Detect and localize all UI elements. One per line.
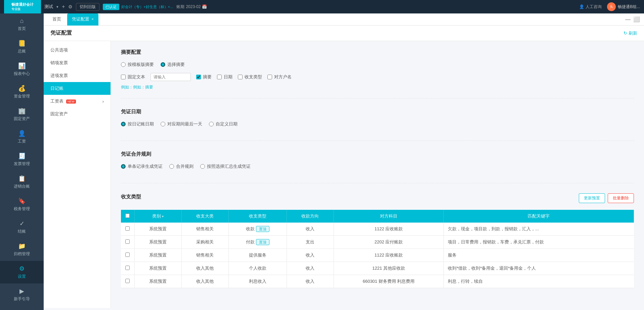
fixed-text-input[interactable] xyxy=(151,73,191,81)
radio-single-label[interactable]: 单条记录生成凭证 xyxy=(121,163,163,169)
radio-period-last-label[interactable]: 对应期间最后一天 xyxy=(161,121,202,127)
calendar-icon[interactable]: 📅 xyxy=(202,4,207,9)
update-preset-button[interactable]: 更新预置 xyxy=(579,193,605,203)
left-nav-item-public[interactable]: 公共选项 xyxy=(44,44,111,56)
sidebar-item-general-ledger[interactable]: 📒 总账 xyxy=(0,36,44,58)
row-category: 系统预置 xyxy=(134,236,181,249)
sidebar-item-tax[interactable]: 🔖 税务管理 xyxy=(0,193,44,216)
row-account: 1122 应收账款 xyxy=(334,223,443,236)
sidebar-item-archive[interactable]: 📁 归档管理 xyxy=(0,238,44,261)
tab-home-label: 首页 xyxy=(52,16,61,22)
row-checkbox-cell[interactable] xyxy=(121,223,134,236)
sidebar-item-reports[interactable]: 📊 报表中心 xyxy=(0,58,44,81)
maximize-button[interactable]: ⬜ xyxy=(633,16,640,23)
tab-voucher-config[interactable]: 凭证配置 × xyxy=(67,13,98,26)
row-checkbox-cell[interactable] xyxy=(121,262,134,275)
left-nav-item-fixed-assets-nav[interactable]: 固定资产 xyxy=(44,108,111,120)
company-name[interactable]: 测试 xyxy=(44,4,53,10)
row-income-type: 个人收款 xyxy=(229,262,287,275)
radio-journal-date-label[interactable]: 按日记账日期 xyxy=(121,121,154,127)
row-checkbox-cell[interactable] xyxy=(121,249,134,262)
checkbox-counterpart-label[interactable]: 对方户名 xyxy=(267,74,292,80)
radio-select-summary[interactable] xyxy=(161,62,165,67)
merge-rules-title: 凭证合并规则 xyxy=(121,151,634,157)
radio-by-select[interactable] xyxy=(200,164,205,169)
refresh-button[interactable]: ↻ 刷新 xyxy=(624,30,637,36)
user-info[interactable]: 头 畅捷通B组... xyxy=(607,2,640,11)
edition-badge: 好会计（专）+好生意（标）+... xyxy=(121,4,173,9)
sidebar-item-settings[interactable]: ⚙ 设置 xyxy=(0,261,44,283)
row-income-type: 付款 置顶 xyxy=(229,236,287,249)
company-dropdown-icon[interactable]: ▾ xyxy=(56,5,58,9)
sidebar-item-sales[interactable]: 📋 进销台账 xyxy=(0,171,44,193)
radio-merge[interactable] xyxy=(169,164,174,169)
checkbox-fixed-text[interactable] xyxy=(121,75,126,79)
tab-home[interactable]: 首页 xyxy=(48,13,66,26)
sidebar-item-label: 报表中心 xyxy=(14,71,30,77)
row-checkbox[interactable] xyxy=(125,226,130,231)
sidebar-item-label: 税务管理 xyxy=(14,206,30,212)
tag-reset[interactable]: 置顶 xyxy=(256,239,269,245)
checkbox-fixed-text-label[interactable]: 固定文本 xyxy=(121,74,145,80)
sidebar-item-member[interactable]: ★ 畅会员 xyxy=(0,306,44,310)
checkbox-counterpart[interactable] xyxy=(267,75,272,79)
sidebar-item-funds[interactable]: 💰 资金管理 xyxy=(0,81,44,103)
archive-icon: 📁 xyxy=(18,242,26,250)
th-category: 类别 ▾ xyxy=(134,210,181,223)
row-category: 系统预置 xyxy=(134,249,181,262)
row-account: 1221 其他应收款 xyxy=(334,262,443,275)
left-nav-item-purchase-invoice[interactable]: 进项发票 xyxy=(44,69,111,82)
sidebar-item-payroll[interactable]: 👤 工资 xyxy=(0,126,44,148)
row-checkbox-cell[interactable] xyxy=(121,236,134,249)
row-checkbox[interactable] xyxy=(125,239,130,244)
switch-version-button[interactable]: 切到旧版 xyxy=(76,3,99,11)
radio-custom-date[interactable] xyxy=(209,122,214,126)
select-all-checkbox[interactable] xyxy=(125,214,130,218)
checkbox-summary-label[interactable]: 摘要 xyxy=(196,74,212,80)
home-icon: ⌂ xyxy=(20,17,24,25)
sidebar-item-label: 工资 xyxy=(18,139,26,144)
minimize-button[interactable]: — xyxy=(625,16,631,23)
sidebar-item-fixed-assets[interactable]: 🏢 固定资产 xyxy=(0,103,44,126)
radio-by-select-label[interactable]: 按照选择汇总生成凭证 xyxy=(200,163,251,169)
batch-delete-button[interactable]: 批量删除 xyxy=(608,193,634,203)
radio-template[interactable] xyxy=(121,62,126,67)
radio-journal-date[interactable] xyxy=(121,122,126,126)
sidebar-item-label: 设置 xyxy=(18,274,26,279)
checkbox-date[interactable] xyxy=(217,75,222,79)
left-nav-item-payroll-table[interactable]: 工资表 NEW › xyxy=(44,95,111,108)
radio-custom-date-label[interactable]: 自定义日期 xyxy=(209,121,238,127)
row-checkbox[interactable] xyxy=(125,266,130,270)
checkbox-date-label[interactable]: 日期 xyxy=(217,74,232,80)
th-big-type: 收支大类 xyxy=(181,210,228,223)
th-checkbox[interactable] xyxy=(121,210,134,223)
tab-close-icon[interactable]: × xyxy=(91,17,94,22)
tag-reset[interactable]: 置顶 xyxy=(256,226,269,232)
radio-template-label[interactable]: 按模板版摘要 xyxy=(121,62,154,68)
checkbox-income-type[interactable] xyxy=(238,75,243,79)
radio-period-last[interactable] xyxy=(161,122,165,126)
add-icon[interactable]: + xyxy=(62,4,65,10)
left-nav-item-sales-invoice[interactable]: 销项发票 xyxy=(44,56,111,69)
left-nav-item-journal[interactable]: 日记账 xyxy=(44,82,111,95)
service-link[interactable]: 👤 人工咨询 xyxy=(579,4,602,10)
sidebar-item-settlement[interactable]: ✓ 结账 xyxy=(0,216,44,238)
checkbox-summary[interactable] xyxy=(196,75,201,79)
checkbox-income-type-label[interactable]: 收支类型 xyxy=(238,74,262,80)
top-header: 畅捷通好会计 专业版 测试 ▾ + ⚙ 切到旧版 已认证 好会计（专）+好生意（… xyxy=(0,0,644,13)
table-actions: 更新预置 批量删除 xyxy=(579,193,634,203)
sidebar-item-home[interactable]: ⌂ 首页 xyxy=(0,13,44,36)
sidebar-item-guide[interactable]: ▶ 新手引导 xyxy=(0,283,44,306)
row-checkbox-cell[interactable] xyxy=(121,275,134,288)
row-income-type: 利息收入 xyxy=(229,275,287,288)
radio-select-label[interactable]: 选择摘要 xyxy=(161,62,185,68)
radio-single[interactable] xyxy=(121,164,126,169)
sidebar-item-invoice-mgmt[interactable]: 🧾 发票管理 xyxy=(0,148,44,171)
sidebar-item-label: 归档管理 xyxy=(14,251,30,257)
settings-icon[interactable]: ⚙ xyxy=(68,4,73,9)
left-nav: 公共选项 销项发票 进项发票 日记账 工资表 NEW › xyxy=(44,41,111,308)
row-checkbox[interactable] xyxy=(125,253,130,257)
app-logo: 畅捷通好会计 专业版 xyxy=(4,0,41,13)
radio-merge-label[interactable]: 合并规则 xyxy=(169,163,194,169)
row-checkbox[interactable] xyxy=(125,279,130,283)
